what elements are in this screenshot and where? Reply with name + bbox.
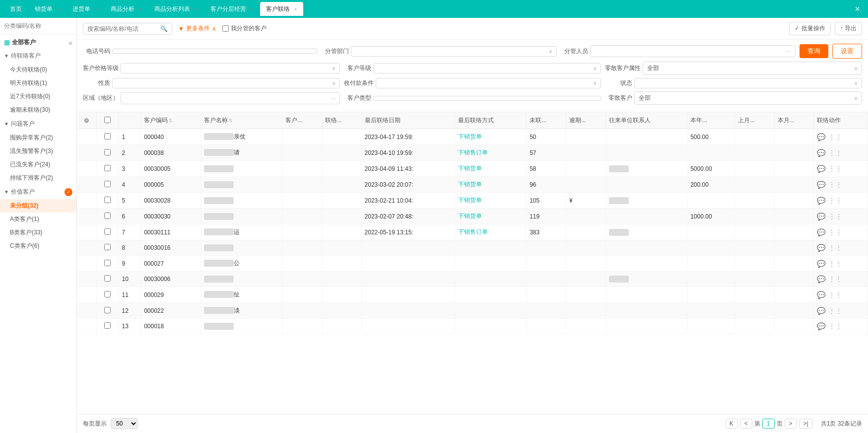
col-last-date[interactable]: 最后联络日期 xyxy=(361,112,455,129)
department-input[interactable]: ∨ xyxy=(351,46,556,57)
nav-tab-goods-list-close[interactable]: × xyxy=(194,6,197,12)
last-page-button[interactable]: >| xyxy=(799,419,813,429)
col-overdue[interactable]: 逾期... xyxy=(566,112,605,129)
col-type[interactable]: 客户... xyxy=(282,112,322,129)
action-menu-icon[interactable]: ⋮⋮ xyxy=(828,197,842,205)
row-checkbox[interactable] xyxy=(104,165,111,171)
action-menu-icon[interactable]: ⋮⋮ xyxy=(828,322,842,330)
action-menu-icon[interactable]: ⋮⋮ xyxy=(828,260,842,268)
action-menu-icon[interactable]: ⋮⋮ xyxy=(828,228,842,236)
next-page-button[interactable]: > xyxy=(785,419,797,429)
sidebar-item-class-b[interactable]: B类客户(33) xyxy=(0,226,76,239)
action-message-icon[interactable]: 💬 xyxy=(817,149,825,157)
last-method-link[interactable]: 下销售订单 xyxy=(458,149,488,156)
cell-checkbox[interactable] xyxy=(97,209,119,224)
my-customers-filter[interactable]: 我分管的客户 xyxy=(222,24,267,33)
action-message-icon[interactable]: 💬 xyxy=(817,228,825,236)
col-this-year[interactable]: 本年... xyxy=(687,112,735,129)
col-name[interactable]: 客户名称 ⇅ xyxy=(200,112,282,129)
col-this-month[interactable]: 本月... xyxy=(774,112,814,129)
row-checkbox[interactable] xyxy=(104,322,111,329)
sidebar-item-churn-warning[interactable]: 流失预警客户(3) xyxy=(0,144,76,158)
action-menu-icon[interactable]: ⋮⋮ xyxy=(828,307,842,315)
window-close-button[interactable]: × xyxy=(851,4,864,14)
action-menu-icon[interactable]: ⋮⋮ xyxy=(828,244,842,252)
filter-search-icon[interactable]: 🔍 xyxy=(160,25,168,32)
last-method-link[interactable]: 下销货单 xyxy=(458,213,482,219)
last-method-link[interactable]: 下销货单 xyxy=(458,181,482,188)
nav-tab-goods-analysis[interactable]: 商品分析 × xyxy=(105,2,147,16)
sidebar-section-pending[interactable]: ▼ 待联络客户 xyxy=(0,49,76,63)
price-level-input[interactable]: ∨ xyxy=(121,63,340,73)
my-customers-checkbox[interactable] xyxy=(222,25,229,32)
action-menu-icon[interactable]: ⋮⋮ xyxy=(828,275,842,283)
col-gear[interactable]: ⚙ xyxy=(77,112,97,129)
action-menu-icon[interactable]: ⋮⋮ xyxy=(828,181,842,189)
select-all-checkbox[interactable] xyxy=(104,117,111,123)
last-method-link[interactable]: 下销货单 xyxy=(458,197,482,204)
action-message-icon[interactable]: 💬 xyxy=(817,275,825,283)
cell-checkbox[interactable] xyxy=(97,129,119,145)
row-checkbox[interactable] xyxy=(104,260,111,266)
status-input[interactable]: ∨ xyxy=(634,78,862,88)
export-button[interactable]: ↑ 导出 xyxy=(835,22,862,35)
cell-checkbox[interactable] xyxy=(97,287,119,303)
filter-more-conditions[interactable]: ▼ 更多条件 ∧ xyxy=(178,24,216,33)
row-checkbox[interactable] xyxy=(104,307,111,313)
action-message-icon[interactable]: 💬 xyxy=(817,197,825,205)
nav-tab-purchase-close[interactable]: × xyxy=(94,6,97,12)
cell-checkbox[interactable] xyxy=(97,256,119,272)
sidebar-search-input[interactable] xyxy=(4,22,77,29)
first-page-button[interactable]: K xyxy=(725,419,738,429)
sidebar-section-problem[interactable]: ▼ 问题客户 xyxy=(0,117,76,131)
row-checkbox[interactable] xyxy=(104,228,111,235)
sidebar-section-value[interactable]: ▼ 价值客户 ✓ xyxy=(0,185,76,199)
payment-input[interactable]: ∨ xyxy=(376,78,601,88)
nav-tab-home[interactable]: 首页 xyxy=(4,2,28,16)
nav-tab-customer-layer-close[interactable]: × xyxy=(250,6,253,12)
action-message-icon[interactable]: 💬 xyxy=(817,213,825,220)
nav-tab-goods-analysis-close[interactable]: × xyxy=(138,6,141,12)
row-checkbox[interactable] xyxy=(104,149,111,155)
sidebar-item-churned[interactable]: 已流失客户(24) xyxy=(0,158,76,171)
last-method-link[interactable]: 下销货单 xyxy=(458,165,482,172)
cell-checkbox[interactable] xyxy=(97,240,119,256)
cell-checkbox[interactable] xyxy=(97,145,119,161)
col-no-contact[interactable]: 未联... xyxy=(527,112,566,129)
last-method-link[interactable]: 下销货单 xyxy=(458,133,482,140)
action-message-icon[interactable]: 💬 xyxy=(817,165,825,173)
cell-checkbox[interactable] xyxy=(97,303,119,319)
sidebar-item-today[interactable]: 今天待联络(0) xyxy=(0,63,76,76)
sidebar-item-ungrouped[interactable]: 未分组(32) xyxy=(0,199,76,213)
query-button[interactable]: 查询 xyxy=(800,44,828,58)
row-checkbox[interactable] xyxy=(104,244,111,250)
filter-search-box[interactable]: 🔍 xyxy=(83,23,172,35)
sidebar-all-customers-label[interactable]: ⊞ 全部客户 xyxy=(4,38,36,47)
cell-checkbox[interactable] xyxy=(97,161,119,177)
page-size-select[interactable]: 50 100 xyxy=(111,418,138,429)
gender-input[interactable]: ∨ xyxy=(112,78,340,88)
row-checkbox[interactable] xyxy=(104,133,111,140)
action-message-icon[interactable]: 💬 xyxy=(817,260,825,268)
action-message-icon[interactable]: 💬 xyxy=(817,181,825,189)
action-menu-icon[interactable]: ⋮⋮ xyxy=(828,133,842,141)
col-checkbox-all[interactable] xyxy=(97,112,119,129)
customer-level-input[interactable]: ∨ xyxy=(373,63,601,73)
filter-search-input[interactable] xyxy=(87,25,158,32)
retail-attr-input[interactable]: 全部 ∨ xyxy=(643,62,862,75)
action-menu-icon[interactable]: ⋮⋮ xyxy=(828,213,842,220)
person-input[interactable]: ··· xyxy=(590,45,796,57)
col-contact[interactable]: 联络... xyxy=(322,112,361,129)
row-checkbox[interactable] xyxy=(104,181,111,187)
col-last-method[interactable]: 最后联络方式 xyxy=(455,112,527,129)
col-code[interactable]: 客户编码 ⇅ xyxy=(141,112,200,129)
action-message-icon[interactable]: 💬 xyxy=(817,244,825,252)
sidebar-item-7days[interactable]: 近7天待联络(0) xyxy=(0,90,76,103)
action-message-icon[interactable]: 💬 xyxy=(817,133,825,141)
row-checkbox[interactable] xyxy=(104,291,111,297)
reset-button[interactable]: 设置 xyxy=(832,44,862,59)
prev-page-button[interactable]: < xyxy=(740,419,752,429)
customer-type-input[interactable] xyxy=(373,96,601,101)
sidebar-collapse-button[interactable]: « xyxy=(68,39,72,47)
sidebar-item-tomorrow[interactable]: 明天待联络(1) xyxy=(0,76,76,90)
